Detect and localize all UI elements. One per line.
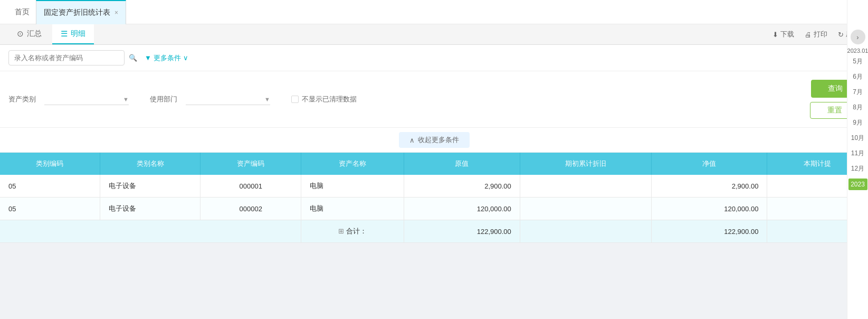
table-header-row: 类别编码 类别名称 资产编码 资产名称 原值 期初累计折旧 净值 本期计提	[0, 153, 868, 175]
advanced-filter-panel: 资产类别 ▼ 使用部门 ▼ 不显示已清理数据 查询 重置	[0, 71, 868, 128]
col-net-value: 净值	[651, 153, 767, 175]
search-input[interactable]	[8, 50, 125, 65]
sidebar-month-item[interactable]: 8月	[847, 100, 869, 115]
hide-cleared-checkbox[interactable]	[291, 96, 299, 103]
cell-original-value: 120,000.00	[404, 198, 520, 220]
sidebar-month-item[interactable]: 10月	[847, 130, 869, 146]
col-asset-code: 资产编码	[201, 153, 301, 175]
total-icon: ⊞	[338, 227, 344, 235]
cell-accumulated-depreciation	[520, 175, 651, 198]
collapse-icon: ∧	[409, 136, 415, 144]
cell-category-code: 05	[0, 198, 100, 220]
total-original-value: 122,900.00	[404, 220, 520, 243]
col-accumulated-depreciation: 期初累计折旧	[520, 153, 651, 175]
total-label: ⊞合计：	[301, 220, 404, 243]
active-tab[interactable]: 固定资产折旧统计表 ×	[36, 0, 126, 24]
use-department-arrow-icon: ▼	[264, 96, 270, 102]
print-icon: 🖨	[805, 31, 812, 39]
col-original-value: 原值	[404, 153, 520, 175]
refresh-icon: ↻	[838, 31, 844, 39]
more-conditions-label: 更多条件	[154, 53, 181, 63]
use-department-select[interactable]: ▼	[186, 94, 270, 105]
sidebar-date: 2023.01	[847, 48, 869, 54]
cell-net-value: 120,000.00	[651, 198, 767, 220]
sidebar-month-item[interactable]: 6月	[847, 69, 869, 85]
cell-category-name: 电子设备	[100, 175, 201, 198]
asset-category-label: 资产类别	[8, 95, 40, 104]
use-department-group: 使用部门 ▼	[150, 94, 270, 105]
sidebar-month-item[interactable]: 12月	[847, 161, 869, 176]
col-category-name: 类别名称	[100, 153, 201, 175]
cell-asset-name: 电脑	[301, 198, 404, 220]
detail-icon: ☰	[61, 29, 68, 39]
collapse-bar: ∧ 收起更多条件	[0, 128, 868, 153]
search-icon[interactable]: 🔍	[129, 54, 137, 62]
asset-category-group: 资产类别 ▼	[8, 94, 129, 105]
cell-asset-code: 000002	[201, 198, 301, 220]
cell-asset-code: 000001	[201, 175, 301, 198]
filter-bar: 🔍 ▼ 更多条件 ∨	[0, 45, 868, 71]
cell-category-name: 电子设备	[100, 198, 201, 220]
use-department-label: 使用部门	[150, 95, 182, 104]
total-label-cell	[0, 220, 301, 243]
right-sidebar: › 2023.01 5月6月7月8月9月10月11月12月 2023	[847, 0, 868, 319]
summary-icon: ⊙	[17, 29, 24, 39]
cell-category-code: 05	[0, 175, 100, 198]
cell-asset-name: 电脑	[301, 175, 404, 198]
tab-detail[interactable]: ☰ 明细	[52, 24, 94, 44]
sidebar-month-item[interactable]: 9月	[847, 115, 869, 130]
cell-accumulated-depreciation	[520, 198, 651, 220]
total-net-value: 122,900.00	[651, 220, 767, 243]
tab-detail-label: 明细	[71, 29, 85, 39]
hide-cleared-group: 不显示已清理数据	[291, 95, 357, 104]
print-button[interactable]: 🖨 打印	[805, 30, 827, 39]
col-category-code: 类别编码	[0, 153, 100, 175]
data-table: 类别编码 类别名称 资产编码 资产名称 原值 期初累计折旧 净值 本期计提 05…	[0, 153, 868, 243]
hide-cleared-label: 不显示已清理数据	[302, 95, 357, 104]
asset-category-select[interactable]: ▼	[44, 94, 129, 105]
tab-close-icon[interactable]: ×	[115, 9, 118, 16]
sidebar-month-item[interactable]: 11月	[847, 146, 869, 161]
tab-summary-label: 汇总	[27, 29, 42, 39]
sidebar-month-item[interactable]: 7月	[847, 85, 869, 100]
cell-net-value: 2,900.00	[651, 175, 767, 198]
col-asset-name: 资产名称	[301, 153, 404, 175]
print-label: 打印	[814, 30, 827, 39]
cell-original-value: 2,900.00	[404, 175, 520, 198]
table-row: 05 电子设备 000001 电脑 2,900.00 2,900.00	[0, 175, 868, 198]
download-label: 下载	[780, 30, 794, 39]
table-total-row: ⊞合计： 122,900.00 122,900.00	[0, 220, 868, 243]
asset-category-arrow-icon: ▼	[123, 96, 129, 102]
more-conditions-button[interactable]: ▼ 更多条件 ∨	[145, 53, 188, 63]
data-table-container: 类别编码 类别名称 资产编码 资产名称 原值 期初累计折旧 净值 本期计提 05…	[0, 153, 868, 243]
tab-title: 固定资产折旧统计表	[44, 8, 110, 17]
download-icon: ⬇	[772, 31, 778, 39]
home-nav[interactable]: 首页	[8, 0, 36, 24]
sidebar-expand-arrow[interactable]: ›	[851, 30, 865, 44]
tab-summary[interactable]: ⊙ 汇总	[8, 24, 50, 44]
table-row: 05 电子设备 000002 电脑 120,000.00 120,000.00	[0, 198, 868, 220]
download-button[interactable]: ⬇ 下载	[772, 30, 794, 39]
collapse-button[interactable]: ∧ 收起更多条件	[399, 132, 470, 148]
total-accumulated-depreciation	[520, 220, 651, 243]
collapse-label: 收起更多条件	[418, 135, 459, 145]
filter-icon: ▼	[145, 54, 151, 62]
sidebar-month-item[interactable]: 5月	[847, 54, 869, 69]
sidebar-year: 2023	[848, 179, 867, 190]
chevron-down-icon: ∨	[183, 54, 188, 62]
